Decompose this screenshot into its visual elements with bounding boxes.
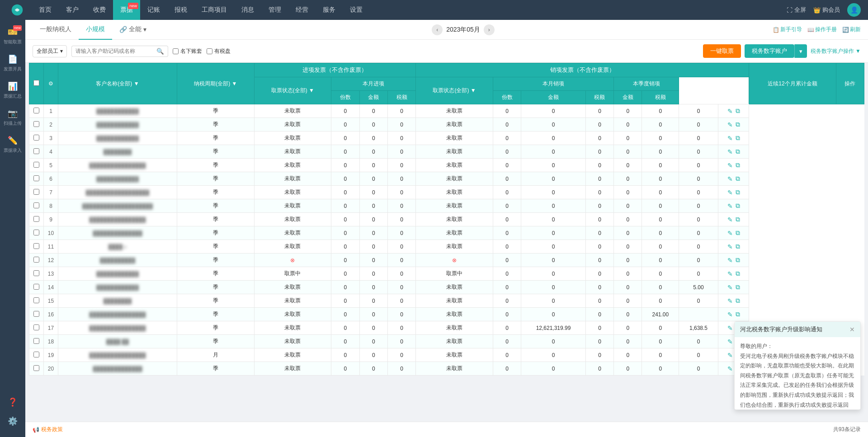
th-in-status[interactable]: 取票状态(全部) ▼	[254, 77, 331, 104]
edit-btn[interactable]: ✎	[727, 365, 733, 372]
td-customer-name[interactable]: ████████████████	[58, 159, 177, 172]
edit-btn[interactable]: ✎	[727, 270, 733, 277]
row-checkbox[interactable]	[33, 135, 39, 141]
row-checkbox[interactable]	[33, 311, 39, 317]
copy-btn[interactable]: ⧉	[736, 243, 740, 250]
nav-invoice[interactable]: 票据 new	[113, 0, 140, 20]
copy-btn[interactable]: ⧉	[736, 216, 740, 223]
edit-btn[interactable]: ✎	[727, 135, 733, 142]
row-checkbox[interactable]	[33, 297, 39, 303]
row-checkbox[interactable]	[33, 352, 39, 357]
nav-tax[interactable]: 报税	[167, 0, 194, 20]
edit-btn[interactable]: ✎	[727, 324, 733, 332]
copy-btn[interactable]: ⧉	[736, 270, 740, 277]
td-customer-name[interactable]: ████████████	[58, 132, 177, 145]
copy-btn[interactable]: ⧉	[736, 229, 740, 237]
edit-btn[interactable]: ✎	[727, 338, 733, 345]
search-input[interactable]	[71, 46, 153, 57]
td-customer-name[interactable]: ████ ██	[58, 335, 177, 348]
td-customer-name[interactable]: ██████████████	[58, 226, 177, 240]
edit-btn[interactable]: ✎	[727, 162, 733, 169]
row-checkbox[interactable]	[33, 108, 39, 113]
nav-settings[interactable]: 设置	[343, 0, 370, 20]
row-checkbox[interactable]	[33, 284, 39, 290]
td-customer-name[interactable]: ██████████████████	[58, 186, 177, 199]
td-customer-name[interactable]: ████████████	[58, 281, 177, 294]
tax-policy-link[interactable]: 📢 税务政策	[33, 426, 63, 433]
edit-btn[interactable]: ✎	[727, 311, 733, 318]
row-checkbox[interactable]	[33, 121, 39, 127]
copy-btn[interactable]: ⧉	[736, 283, 740, 291]
copy-btn[interactable]: ⧉	[736, 256, 740, 264]
edit-btn[interactable]: ✎	[727, 257, 733, 264]
has-tax-checkbox[interactable]: 有税盘	[207, 47, 231, 55]
edit-btn[interactable]: ✎	[727, 297, 733, 305]
avatar[interactable]: 👤	[847, 3, 861, 17]
copy-btn[interactable]: ⧉	[736, 297, 740, 305]
sidebar-settings[interactable]: ⚙️	[1, 413, 24, 430]
nav-home[interactable]: 首页	[32, 0, 59, 20]
prev-month-btn[interactable]: ‹	[432, 24, 443, 35]
copy-btn[interactable]: ⧉	[736, 148, 740, 155]
nav-manage[interactable]: 管理	[261, 0, 288, 20]
td-customer-name[interactable]: ████████	[58, 294, 177, 308]
copy-btn[interactable]: ⧉	[736, 121, 740, 128]
nav-fee[interactable]: 收费	[86, 0, 113, 20]
tab-general-taxpayer[interactable]: 一般纳税人	[33, 20, 79, 40]
th-out-status[interactable]: 取票状态(全部) ▼	[416, 77, 493, 104]
row-checkbox[interactable]	[33, 243, 39, 249]
edit-btn[interactable]: ✎	[727, 175, 733, 183]
td-customer-name[interactable]: ████████████████	[58, 348, 177, 362]
td-customer-name[interactable]: ████████████████	[58, 321, 177, 335]
fullscreen-btn[interactable]: ⛶ 全屏	[787, 6, 806, 14]
td-customer-name[interactable]: ████████████	[58, 104, 177, 118]
tax-digital-account-btn[interactable]: 税务数字账户	[745, 44, 794, 58]
down-account-check[interactable]	[173, 48, 179, 54]
edit-btn[interactable]: ✎	[727, 189, 733, 196]
td-customer-name[interactable]: ████████████████	[58, 213, 177, 226]
row-checkbox[interactable]	[33, 148, 39, 154]
search-btn[interactable]: 🔍	[153, 46, 168, 57]
copy-btn[interactable]: ⧉	[736, 188, 740, 196]
edit-btn[interactable]: ✎	[727, 230, 733, 237]
new-user-guide-btn[interactable]: 📋 新手引导	[773, 26, 802, 33]
manual-btn[interactable]: 📖 操作手册	[807, 26, 837, 33]
select-all-checkbox[interactable]	[33, 80, 39, 86]
sidebar-item-smart-ticket[interactable]: 🎫 智能取票 new	[1, 23, 24, 49]
has-tax-check[interactable]	[207, 48, 212, 54]
member-btn[interactable]: 👑 购会员	[813, 6, 840, 14]
row-checkbox[interactable]	[33, 202, 39, 208]
nav-message[interactable]: 消息	[234, 0, 261, 20]
refresh-btn[interactable]: 🔄 刷新	[842, 26, 861, 33]
copy-btn[interactable]: ⧉	[736, 175, 740, 183]
row-checkbox[interactable]	[33, 257, 39, 263]
nav-business[interactable]: 工商项目	[194, 0, 234, 20]
td-customer-name[interactable]: ████████	[58, 145, 177, 159]
edit-btn[interactable]: ✎	[727, 216, 733, 223]
td-customer-name[interactable]: ██████████████	[58, 362, 177, 376]
tax-digital-dropdown-btn[interactable]: ▾	[794, 44, 807, 58]
edit-btn[interactable]: ✎	[727, 121, 733, 128]
nav-operation[interactable]: 经营	[288, 0, 316, 20]
tax-digital-account-op-btn[interactable]: 税务数字账户操作 ▼	[811, 47, 861, 55]
td-customer-name[interactable]: ████ e	[58, 240, 177, 254]
sidebar-item-scan[interactable]: 📷 扫描上传	[1, 105, 24, 130]
td-customer-name[interactable]: ████████████	[58, 172, 177, 186]
row-checkbox[interactable]	[33, 216, 39, 222]
copy-btn[interactable]: ⧉	[736, 134, 740, 142]
row-checkbox[interactable]	[33, 175, 39, 181]
employee-select[interactable]: 全部员工 ▾	[33, 45, 67, 57]
row-checkbox[interactable]	[33, 365, 39, 371]
row-checkbox[interactable]	[33, 324, 39, 330]
sidebar-item-summary[interactable]: 📊 票据汇总	[1, 78, 24, 103]
sidebar-item-open-invoice[interactable]: 📄 发票开具	[1, 51, 24, 76]
edit-btn[interactable]: ✎	[727, 202, 733, 210]
edit-btn[interactable]: ✎	[727, 148, 733, 155]
edit-btn[interactable]: ✎	[727, 108, 733, 115]
copy-btn[interactable]: ⧉	[736, 310, 740, 318]
th-customer-name[interactable]: 客户名称(全部) ▼	[58, 63, 177, 104]
copy-btn[interactable]: ⧉	[736, 107, 740, 115]
row-checkbox[interactable]	[33, 270, 39, 276]
td-customer-name[interactable]: ████████████	[58, 267, 177, 281]
td-customer-name[interactable]: ████████████████	[58, 308, 177, 321]
